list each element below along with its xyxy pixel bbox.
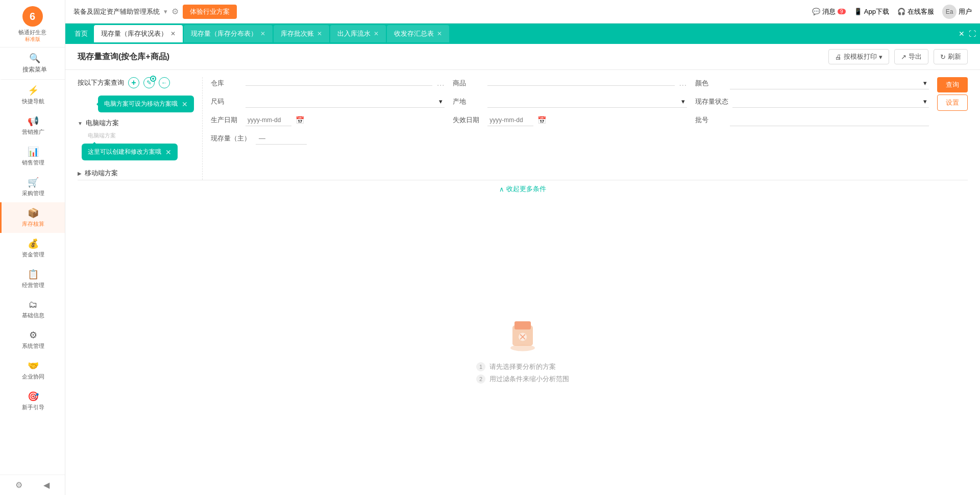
tooltip2-close[interactable]: ✕: [165, 148, 172, 156]
scheme-mobile-arrow: ▶: [78, 171, 82, 176]
sidebar-item-search[interactable]: 🔍 搜索菜单: [0, 48, 65, 80]
produce-date-input[interactable]: [246, 114, 291, 126]
settings-icon[interactable]: ⚙: [15, 480, 22, 490]
tooltip1-close[interactable]: ✕: [182, 100, 188, 108]
back-button[interactable]: ←: [159, 77, 170, 88]
tab-close-collect[interactable]: ✕: [437, 30, 442, 37]
tab-home[interactable]: 首页: [69, 25, 93, 42]
scheme-pc-child-label: 电脑端方案: [88, 132, 116, 139]
sidebar-item-inventory[interactable]: 📦 库存核算: [0, 202, 65, 233]
filter-field-batch: 批号: [695, 114, 929, 126]
goods-more-icon[interactable]: …: [679, 79, 687, 88]
empty-hint-2: 2 用过滤条件来缩小分析范围: [476, 374, 569, 384]
top-header: 装备及固定资产辅助管理系统 ▾ ⚙ 体验行业方案 💬 消息 9 📱 App下载 …: [65, 0, 980, 23]
query-button[interactable]: 查询: [937, 77, 968, 92]
color-select[interactable]: ▾: [730, 77, 929, 89]
edit-scheme-button[interactable]: ✎: [143, 77, 155, 88]
warehouse-more-icon[interactable]: …: [436, 79, 445, 88]
expire-calendar-icon[interactable]: 📅: [537, 116, 546, 124]
sidebar-item-system[interactable]: ⚙ 系统管理: [0, 324, 65, 355]
filter-label: 按以下方案查询: [78, 78, 124, 87]
tab-inout-flow[interactable]: 出入库流水 ✕: [330, 25, 386, 42]
page-actions: 🖨 按模板打印 ▾ ↗ 导出 ↻ 刷新: [828, 49, 968, 64]
empty-illustration: [502, 313, 543, 354]
stock-qty-from[interactable]: [256, 132, 307, 145]
expire-date-input[interactable]: [487, 114, 533, 126]
refresh-button[interactable]: ↻ 刷新: [934, 49, 968, 64]
filter-row-1: 仓库 … 商品 …: [211, 77, 929, 89]
color-dropdown-icon: ▾: [923, 79, 927, 87]
tab-inventory-dist[interactable]: 现存量（库存分布表） ✕: [184, 25, 273, 42]
scheme-mobile-node[interactable]: ▶ 移动端方案: [78, 167, 194, 180]
settings-button[interactable]: 设置: [937, 95, 968, 111]
origin-dropdown-icon: ▾: [681, 98, 685, 105]
app-download-button[interactable]: 📱 App下载: [854, 7, 889, 16]
query-btn-group: 查询 设置: [937, 77, 968, 111]
filter-field-produce-date: 生产日期 📅: [211, 114, 445, 126]
main-area: 装备及固定资产辅助管理系统 ▾ ⚙ 体验行业方案 💬 消息 9 📱 App下载 …: [65, 0, 980, 495]
tab-close-all[interactable]: ✕: [959, 30, 965, 38]
add-scheme-button[interactable]: +: [128, 77, 139, 88]
tab-close-inout[interactable]: ✕: [374, 30, 379, 37]
headset-icon: 🎧: [897, 8, 905, 15]
tab-batch-account[interactable]: 库存批次账 ✕: [274, 25, 329, 42]
logo-icon: 6: [22, 6, 43, 27]
filter-field-color: 颜色 ▾: [695, 77, 929, 89]
service-button[interactable]: 🎧 在线客服: [897, 7, 934, 16]
filter-fields: 仓库 … 商品 …: [211, 77, 929, 151]
origin-select[interactable]: ▾: [487, 96, 687, 108]
trial-button[interactable]: 体验行业方案: [183, 5, 237, 19]
sidebar-item-quick[interactable]: ⚡ 快捷导航: [0, 80, 65, 110]
sidebar-item-operations[interactable]: 📋 经营管理: [0, 264, 65, 294]
message-icon: 💬: [812, 8, 820, 15]
tab-maximize[interactable]: ⛶: [969, 30, 976, 38]
export-button[interactable]: ↗ 导出: [894, 49, 928, 64]
filter-row-2: 尺码 ▾ 产地 ▾: [211, 96, 929, 108]
filter-header: 按以下方案查询 + ✎ ←: [78, 77, 194, 88]
tooltip-create-scheme: 这里可以创建和修改方案哦 ✕: [82, 144, 178, 160]
sidebar-item-sales[interactable]: 📊 销售管理: [0, 141, 65, 172]
export-icon: ↗: [901, 53, 906, 61]
message-button[interactable]: 💬 消息 9: [812, 7, 846, 16]
sidebar-item-assets[interactable]: 💰 资金管理: [0, 233, 65, 264]
sidebar-item-basic[interactable]: 🗂 基础信息: [0, 294, 65, 324]
user-menu[interactable]: Ea 用户: [942, 5, 972, 19]
search-icon: 🔍: [29, 53, 40, 64]
status-dropdown-icon: ▾: [923, 98, 927, 105]
empty-hints-list: 1 请先选择要分析的方案 2 用过滤条件来缩小分析范围: [476, 362, 569, 387]
size-select[interactable]: ▾: [246, 96, 445, 108]
page-header: 现存量查询(按仓库+商品) 🖨 按模板打印 ▾ ↗ 导出 ↻ 刷新: [65, 44, 980, 70]
sidebar-item-enterprise[interactable]: 🤝 企业协同: [0, 355, 65, 386]
sidebar-item-purchase[interactable]: 🛒 采购管理: [0, 172, 65, 202]
print-button[interactable]: 🖨 按模板打印 ▾: [828, 49, 889, 64]
collapse-bar[interactable]: ∧ 收起更多条件: [78, 180, 968, 198]
dropdown-icon[interactable]: ▾: [164, 8, 167, 15]
filter-field-expire-date: 失效日期 📅: [453, 114, 687, 126]
sidebar-search-label: 搜索菜单: [22, 65, 47, 74]
warehouse-select[interactable]: [246, 81, 432, 86]
settings-gear-icon[interactable]: ⚙: [172, 7, 179, 16]
tab-close-inventory-dist[interactable]: ✕: [260, 30, 265, 37]
goods-select[interactable]: [487, 81, 674, 86]
status-select[interactable]: ▾: [732, 96, 929, 108]
tab-close-batch[interactable]: ✕: [317, 30, 322, 37]
refresh-icon: ↻: [940, 53, 946, 61]
tabs-bar: 首页 现存量（库存状况表） ✕ 现存量（库存分布表） ✕ 库存批次账 ✕ 出入库…: [65, 23, 980, 44]
printer-icon: 🖨: [835, 53, 842, 61]
scheme-pc-node[interactable]: ▼ 电脑端方案: [78, 116, 194, 130]
tooltip-scheme-mobile: 电脑方案可设为移动方案哦 ✕: [98, 96, 194, 112]
sidebar-item-marketing[interactable]: 📢 营销推广: [0, 110, 65, 141]
tab-close-inventory-status[interactable]: ✕: [170, 30, 176, 37]
produce-calendar-icon[interactable]: 📅: [296, 116, 304, 124]
tab-collect-summary[interactable]: 收发存汇总表 ✕: [387, 25, 449, 42]
empty-hint-1: 1 请先选择要分析的方案: [476, 362, 569, 371]
empty-state: 1 请先选择要分析的方案 2 用过滤条件来缩小分析范围: [65, 205, 980, 495]
tab-inventory-status[interactable]: 现存量（库存状况表） ✕: [94, 25, 183, 42]
filter-row-3: 生产日期 📅 失效日期 📅 批号: [211, 114, 929, 126]
avatar: Ea: [942, 5, 957, 19]
collapse-icon[interactable]: ◀: [43, 480, 50, 490]
sidebar-item-guide[interactable]: 🎯 新手引导: [0, 386, 65, 416]
header-right: 💬 消息 9 📱 App下载 🎧 在线客服 Ea 用户: [812, 5, 972, 19]
batch-input[interactable]: [730, 114, 929, 126]
message-badge: 9: [838, 9, 846, 14]
